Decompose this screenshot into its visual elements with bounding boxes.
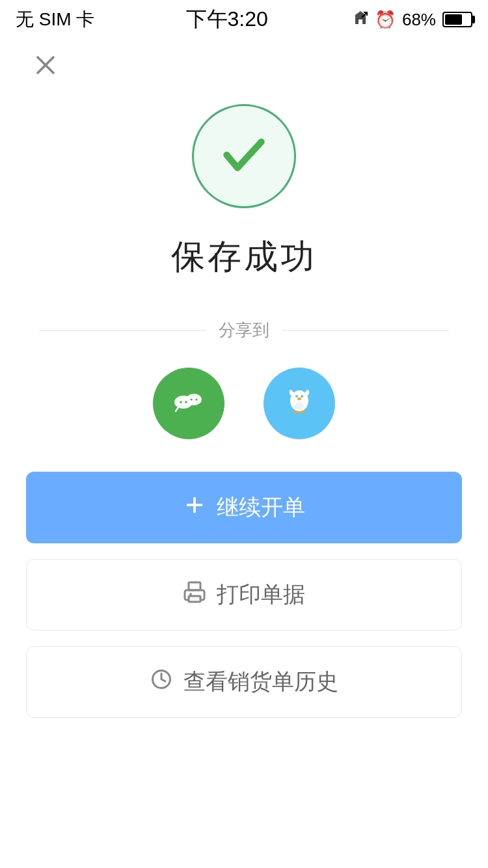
print-label: 打印单据: [217, 580, 305, 610]
svg-point-16: [295, 402, 304, 410]
battery-icon: [442, 12, 472, 27]
svg-rect-24: [189, 596, 200, 602]
wechat-share-button[interactable]: [153, 368, 224, 439]
svg-point-9: [195, 398, 197, 400]
divider-left: [39, 330, 206, 331]
status-bar: 无 SIM 卡 下午3:20 ⏰ 68%: [0, 0, 488, 39]
success-title: 保存成功: [171, 234, 317, 280]
qq-share-button[interactable]: [264, 368, 335, 439]
continue-button[interactable]: 继续开单: [26, 472, 462, 543]
location-icon: [353, 10, 368, 30]
svg-rect-23: [189, 582, 200, 590]
svg-point-17: [293, 411, 299, 413]
actions-container: 继续开单 打印单据 查看销货单历史: [0, 472, 488, 718]
time-display: 下午3:20: [186, 5, 268, 34]
svg-point-6: [180, 401, 182, 403]
svg-point-18: [300, 411, 305, 413]
svg-point-8: [190, 398, 192, 400]
svg-point-7: [185, 401, 187, 403]
alarm-icon: ⏰: [375, 10, 396, 30]
carrier-text: 无 SIM 卡: [16, 7, 94, 32]
svg-point-14: [297, 398, 301, 400]
clock-icon: [150, 668, 173, 696]
share-section: 分享到: [0, 319, 488, 439]
status-left: 无 SIM 卡: [16, 7, 101, 32]
printer-icon: [183, 580, 206, 609]
svg-point-13: [301, 395, 303, 398]
status-right: ⏰ 68%: [353, 10, 472, 30]
share-label: 分享到: [219, 319, 269, 342]
history-label: 查看销货单历史: [183, 667, 338, 697]
share-icons: [153, 368, 335, 439]
history-button[interactable]: 查看销货单历史: [26, 646, 462, 718]
continue-label: 继续开单: [217, 493, 305, 522]
share-divider: 分享到: [0, 319, 488, 342]
checkmark-icon: [218, 129, 270, 183]
close-button[interactable]: [26, 46, 65, 85]
print-button[interactable]: 打印单据: [26, 559, 462, 631]
svg-point-12: [295, 395, 298, 398]
main-content: 保存成功 分享到: [0, 39, 488, 718]
battery-percentage: 68%: [402, 10, 436, 30]
svg-point-4: [186, 394, 202, 405]
plus-icon: [183, 493, 206, 522]
divider-right: [282, 330, 449, 331]
success-circle: [192, 104, 296, 208]
